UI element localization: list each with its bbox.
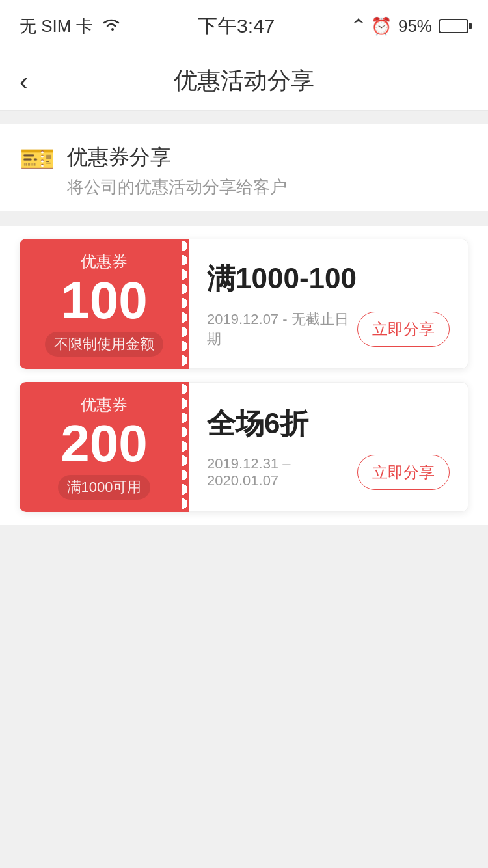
page-title: 优惠活动分享 bbox=[174, 65, 314, 97]
coupon-bottom-2: 2019.12.31 – 2020.01.07 立即分享 bbox=[207, 455, 450, 490]
back-button[interactable]: ‹ bbox=[20, 68, 28, 94]
battery-icon bbox=[439, 19, 468, 33]
nav-bar: ‹ 优惠活动分享 bbox=[0, 52, 488, 111]
coupon-label-1: 优惠券 bbox=[81, 251, 128, 272]
status-left: 无 SIM 卡 bbox=[20, 15, 120, 38]
share-button-2[interactable]: 立即分享 bbox=[357, 455, 450, 490]
coupon-left-2: 优惠券 200 满1000可用 bbox=[20, 382, 189, 512]
carrier-text: 无 SIM 卡 bbox=[20, 15, 93, 38]
coupon-condition-1: 不限制使用金额 bbox=[45, 332, 163, 357]
battery-percent: 95% bbox=[398, 16, 432, 36]
wifi-icon bbox=[102, 16, 120, 36]
coupon-right-2: 全场6折 2019.12.31 – 2020.01.07 立即分享 bbox=[189, 382, 468, 512]
status-bar: 无 SIM 卡 下午3:47 ⏰ 95% bbox=[0, 0, 488, 52]
coupon-icon: 🎫 bbox=[20, 144, 55, 173]
coupon-date-1: 2019.12.07 - 无截止日期 bbox=[207, 310, 357, 349]
coupon-date-2: 2019.12.31 – 2020.01.07 bbox=[207, 455, 357, 489]
coupon-name-2: 全场6折 bbox=[207, 405, 450, 443]
section-header: 🎫 优惠券分享 将公司的优惠活动分享给客户 bbox=[0, 124, 488, 211]
section-spacer bbox=[0, 111, 488, 124]
section-title: 优惠券分享 bbox=[67, 143, 287, 172]
coupon-left-1: 优惠券 100 不限制使用金额 bbox=[20, 239, 189, 369]
coupon-amount-2: 200 bbox=[61, 418, 147, 470]
section-text: 优惠券分享 将公司的优惠活动分享给客户 bbox=[67, 143, 287, 198]
section-spacer2 bbox=[0, 213, 488, 226]
coupon-label-2: 优惠券 bbox=[81, 394, 128, 415]
share-button-1[interactable]: 立即分享 bbox=[357, 312, 450, 347]
coupon-amount-1: 100 bbox=[61, 275, 147, 327]
coupon-bottom-1: 2019.12.07 - 无截止日期 立即分享 bbox=[207, 310, 450, 349]
status-time: 下午3:47 bbox=[198, 13, 275, 40]
coupon-card: 优惠券 100 不限制使用金额 满1000-100 2019.12.07 - 无… bbox=[20, 239, 468, 369]
alarm-icon: ⏰ bbox=[371, 16, 392, 36]
coupon-card-2: 优惠券 200 满1000可用 全场6折 2019.12.31 – 2020.0… bbox=[20, 382, 468, 512]
location-icon bbox=[353, 16, 364, 36]
coupon-list: 优惠券 100 不限制使用金额 满1000-100 2019.12.07 - 无… bbox=[0, 226, 488, 525]
section-subtitle: 将公司的优惠活动分享给客户 bbox=[67, 176, 287, 198]
empty-area bbox=[0, 525, 488, 785]
coupon-name-1: 满1000-100 bbox=[207, 260, 450, 298]
coupon-right-1: 满1000-100 2019.12.07 - 无截止日期 立即分享 bbox=[189, 239, 468, 369]
coupon-condition-2: 满1000可用 bbox=[58, 475, 151, 500]
status-right: ⏰ 95% bbox=[353, 16, 468, 36]
